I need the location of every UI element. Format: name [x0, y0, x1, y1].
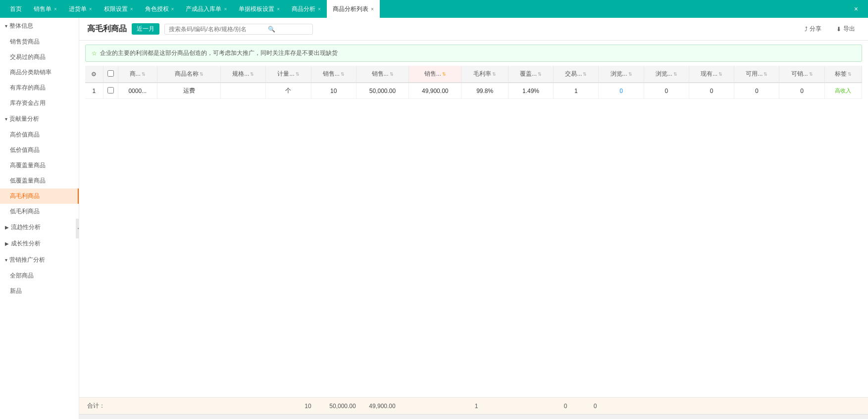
col-coverage[interactable]: 覆盖...⇅: [508, 66, 553, 83]
cell-available: 0: [734, 83, 779, 99]
sidebar-item-low-value[interactable]: 低价值商品: [0, 142, 79, 158]
info-banner: ☆ 企业的主要的利润都是这部分商品创造的，可考虑加大推广，同时关注库存是不要出现…: [85, 45, 862, 62]
sidebar-item-new-goods[interactable]: 新品: [0, 283, 79, 299]
row-checkbox[interactable]: [107, 87, 114, 93]
time-filter-button[interactable]: 近一月: [132, 23, 159, 35]
tab-close-icon[interactable]: ×: [277, 6, 280, 12]
col-browse1[interactable]: 浏览...⇅: [599, 66, 644, 83]
sidebar-group-marketing-title[interactable]: ▾ 营销推广分析: [0, 252, 79, 268]
select-all-checkbox[interactable]: [107, 70, 114, 77]
sidebar-item-high-coverage[interactable]: 高覆盖量商品: [0, 158, 79, 173]
cell-index: 1: [85, 83, 103, 99]
sidebar-group-contribution-title[interactable]: ▾ 贡献量分析: [0, 111, 79, 127]
cell-coverage: 1.49%: [508, 83, 553, 99]
col-sales-cost[interactable]: 销售...⇅: [409, 66, 461, 83]
tab-role-auth[interactable]: 角色授权 ×: [139, 0, 180, 18]
col-code[interactable]: 商...⇅: [118, 66, 157, 83]
tab-home[interactable]: 首页: [4, 0, 28, 18]
sidebar-group-overall-title[interactable]: ▾ 整体信息: [0, 18, 79, 34]
cell-checkbox[interactable]: [103, 83, 118, 99]
sidebar-item-traded-goods[interactable]: 交易过的商品: [0, 49, 79, 65]
sidebar-item-category-rate[interactable]: 商品分类助销率: [0, 65, 79, 80]
horizontal-scrollbar[interactable]: [79, 414, 868, 419]
col-gross-margin[interactable]: 毛利率⇅: [461, 66, 508, 83]
cell-sellable: 0: [779, 83, 824, 99]
cell-sales-qty: 10: [311, 83, 356, 99]
footer-sales-cost: 49,900.00: [362, 403, 402, 410]
table-container: ⚙ 商...⇅ 商品名称⇅ 规格...⇅ 计量...⇅ 销售...⇅ 销售...…: [85, 66, 862, 397]
search-icon[interactable]: 🔍: [268, 26, 275, 33]
content-header: 高毛利商品 近一月 🔍 ⤴ 分享 ⬇ 导出: [79, 18, 868, 41]
col-sellable[interactable]: 可销...⇅: [779, 66, 824, 83]
sidebar: ≪ ▾ 整体信息 销售货商品 交易过的商品 商品分类助销率 有库存的商品 库存资…: [0, 18, 79, 419]
col-current-stock[interactable]: 现有...⇅: [689, 66, 734, 83]
col-unit[interactable]: 计量...⇅: [266, 66, 311, 83]
table-row: 1 0000... 运费 个 10 50,000.00 49,900.00 99…: [85, 83, 862, 99]
page-title: 高毛利商品: [87, 24, 127, 34]
sidebar-item-in-stock-goods[interactable]: 有库存的商品: [0, 80, 79, 95]
table-footer: 合计： 10 50,000.00 49,900.00 1 0 0: [79, 397, 868, 414]
tab-template-settings[interactable]: 单据模板设置 ×: [233, 0, 286, 18]
window-close-button[interactable]: ×: [848, 5, 864, 13]
footer-sales-qty: 10: [293, 403, 323, 410]
col-spec[interactable]: 规格...⇅: [221, 66, 266, 83]
sidebar-group-growth-title[interactable]: ▶ 成长性分析: [0, 235, 79, 252]
col-available[interactable]: 可用...⇅: [734, 66, 779, 83]
footer-sales-amount: 50,000.00: [323, 403, 362, 410]
tab-goods-analysis[interactable]: 商品分析 ×: [286, 0, 327, 18]
tab-close-icon[interactable]: ×: [54, 6, 57, 12]
export-button[interactable]: ⬇ 导出: [831, 23, 860, 35]
col-name[interactable]: 商品名称⇅: [157, 66, 221, 83]
tab-goods-analysis-list[interactable]: 商品分析列表 ×: [327, 0, 380, 18]
cell-unit: 个: [266, 83, 311, 99]
footer-available: 0: [580, 403, 610, 410]
col-trade[interactable]: 交易...⇅: [554, 66, 599, 83]
sidebar-item-inventory-capital[interactable]: 库存资金占用: [0, 95, 79, 111]
tab-purchase-order[interactable]: 进货单 ×: [63, 0, 98, 18]
col-checkbox: [103, 66, 118, 83]
cell-sales-amount: 50,000.00: [356, 83, 408, 99]
cell-gross-margin: 99.8%: [461, 83, 508, 99]
cell-spec: [221, 83, 266, 99]
sidebar-group-contribution: ▾ 贡献量分析 高价值商品 低价值商品 高覆盖量商品 低覆盖量商品 高毛利商品 …: [0, 111, 79, 219]
collapse-arrow-icon: ▾: [5, 257, 7, 263]
tab-close-icon[interactable]: ×: [89, 6, 92, 12]
col-settings[interactable]: ⚙: [85, 66, 103, 83]
sidebar-item-high-margin[interactable]: 高毛利商品: [0, 188, 79, 204]
tab-sales-order[interactable]: 销售单 ×: [28, 0, 63, 18]
sidebar-item-low-margin[interactable]: 低毛利商品: [0, 204, 79, 219]
tab-close-icon[interactable]: ×: [224, 6, 227, 12]
sidebar-item-low-coverage[interactable]: 低覆盖量商品: [0, 173, 79, 188]
col-sales-amount[interactable]: 销售...⇅: [356, 66, 408, 83]
tab-close-icon[interactable]: ×: [318, 6, 321, 12]
cell-browse1[interactable]: 0: [599, 83, 644, 99]
col-tag[interactable]: 标签⇅: [824, 66, 862, 83]
footer-trade: 1: [461, 403, 491, 410]
sidebar-collapse-button[interactable]: ≪: [76, 219, 79, 238]
cell-trade: 1: [554, 83, 599, 99]
cell-browse2: 0: [644, 83, 689, 99]
tab-close-icon[interactable]: ×: [130, 6, 133, 12]
tab-close-icon[interactable]: ×: [171, 6, 174, 12]
main-layout: ≪ ▾ 整体信息 销售货商品 交易过的商品 商品分类助销率 有库存的商品 库存资…: [0, 18, 868, 419]
col-sales-qty[interactable]: 销售...⇅: [311, 66, 356, 83]
tab-permission-settings[interactable]: 权限设置 ×: [98, 0, 139, 18]
sidebar-group-growth: ▶ 成长性分析: [0, 235, 79, 252]
tab-close-icon[interactable]: ×: [371, 6, 374, 12]
sidebar-group-trend-title[interactable]: ▶ 流趋性分析: [0, 219, 79, 235]
share-icon: ⤴: [805, 26, 808, 33]
cell-name: 运费: [157, 83, 221, 99]
cell-sales-cost: 49,900.00: [409, 83, 461, 99]
sidebar-item-all-goods[interactable]: 全部商品: [0, 268, 79, 283]
collapse-arrow-icon: ▶: [5, 241, 9, 246]
sidebar-item-high-value[interactable]: 高价值商品: [0, 127, 79, 142]
search-input[interactable]: [169, 26, 268, 33]
footer-label: 合计：: [87, 402, 105, 410]
col-browse2[interactable]: 浏览...⇅: [644, 66, 689, 83]
sidebar-item-sales-goods[interactable]: 销售货商品: [0, 34, 79, 49]
collapse-arrow-icon: ▶: [5, 225, 9, 230]
goods-table: ⚙ 商...⇅ 商品名称⇅ 规格...⇅ 计量...⇅ 销售...⇅ 销售...…: [85, 66, 862, 99]
share-button[interactable]: ⤴ 分享: [800, 23, 826, 35]
tab-finished-goods[interactable]: 产成品入库单 ×: [180, 0, 233, 18]
search-box: 🔍: [164, 24, 313, 35]
